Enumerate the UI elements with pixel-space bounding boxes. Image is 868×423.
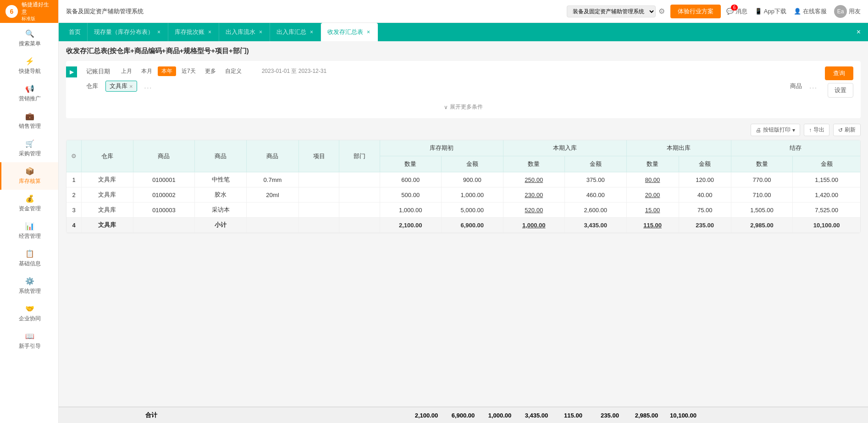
footer-open-qty: 2,100.00 [408, 412, 445, 419]
cell-dept [339, 203, 380, 218]
experience-btn[interactable]: 体验行业方案 [670, 5, 721, 18]
in-qty-link[interactable]: 1,000.00 [522, 222, 546, 229]
tab-close-icon[interactable]: × [309, 28, 314, 36]
tab-close-icon[interactable]: × [366, 28, 371, 36]
sidebar-item-guide[interactable]: 📖 新手引导 [0, 327, 58, 355]
cell-warehouse: 文具库 [82, 218, 133, 233]
sidebar-item-label: 搜索菜单 [19, 40, 41, 48]
cell-open-amt: 900.00 [442, 172, 503, 187]
out-qty-link[interactable]: 15.00 [645, 207, 660, 214]
out-qty-link[interactable]: 20.00 [645, 192, 660, 198]
cell-out-qty[interactable]: 15.00 [626, 203, 679, 218]
tab-inout-summary[interactable]: 出入库汇总 × [270, 23, 321, 41]
cell-out-qty[interactable]: 20.00 [626, 187, 679, 203]
sidebar-item-inventory[interactable]: 📦 库存核算 [0, 162, 58, 190]
footer-total-bar: 合计 2,100.00 6,900.00 1,000.00 3,435.00 1… [59, 407, 868, 423]
expand-conditions-btn[interactable]: ∨ 展开更多条件 [73, 101, 853, 113]
cell-project [299, 187, 339, 203]
col-bal-amt-sub: 金额 [793, 156, 860, 172]
sidebar-item-quicknav[interactable]: ⚡ 快捷导航 [0, 52, 58, 80]
tab-label: 现存量（库存分布表） [94, 28, 154, 36]
col-open-amt-sub: 金额 [442, 156, 503, 172]
cell-in-qty[interactable]: 230.00 [503, 187, 565, 203]
cell-warehouse: 文具库 [82, 172, 133, 187]
export-btn[interactable]: ↑ 导出 [804, 124, 829, 136]
cell-out-qty[interactable]: 115.00 [626, 218, 679, 233]
warehouse-more-dots[interactable]: ... [144, 82, 153, 90]
col-in-qty-sub: 数量 [503, 156, 565, 172]
cell-open-qty: 600.00 [380, 172, 442, 187]
in-qty-link[interactable]: 520.00 [525, 207, 543, 214]
message-action[interactable]: 💬 消息 6 [726, 7, 747, 16]
tab-label: 库存批次账 [175, 28, 205, 36]
cell-warehouse: 文具库 [82, 203, 133, 218]
tab-home[interactable]: 首页 [62, 23, 88, 41]
tab-receipt-summary[interactable]: 收发存汇总表 × [321, 23, 378, 41]
app-download-label: App下载 [764, 7, 786, 16]
date-tab-more[interactable]: 更多 [201, 66, 220, 76]
settings-button[interactable]: 设置 [828, 83, 853, 98]
tab-flow[interactable]: 出入库流水 × [219, 23, 270, 41]
cell-in-qty[interactable]: 1,000.00 [503, 218, 565, 233]
avatar: Ea [834, 5, 847, 18]
online-service-action[interactable]: 👤 在线客服 [794, 7, 827, 16]
cell-out-qty[interactable]: 80.00 [626, 172, 679, 187]
sidebar-item-purchase[interactable]: 🛒 采购管理 [0, 135, 58, 162]
sidebar-item-marketing[interactable]: 📢 营销推广 [0, 80, 58, 107]
page-title: 收发存汇总表(按仓库+商品编码+商品+规格型号+项目+部门) [66, 47, 861, 55]
sidebar-item-collab[interactable]: 🤝 企业协同 [0, 300, 58, 327]
cell-spec: 0.7mm [246, 172, 299, 187]
tab-bar-close-icon[interactable]: × [853, 28, 864, 36]
sidebar-item-label: 企业协同 [19, 315, 41, 323]
filter-panel: ▶ 记账日期 上月 本月 本年 近7天 更多 自定义 [66, 61, 861, 118]
warehouse-tag-close[interactable]: × [129, 83, 133, 90]
in-qty-link[interactable]: 250.00 [525, 176, 543, 183]
tab-close-icon[interactable]: × [156, 28, 161, 36]
col-code-header: 商品 [133, 140, 195, 172]
print-btn[interactable]: 🖨 按钮版打印 ▾ [751, 124, 800, 136]
col-spec-header: 商品 [246, 140, 299, 172]
sidebar-item-operations[interactable]: 📊 经营管理 [0, 217, 58, 245]
print-dropdown-icon: ▾ [792, 127, 795, 133]
footer-bal-amt: 10,100.00 [665, 412, 702, 419]
sidebar-item-finance[interactable]: 💰 资金管理 [0, 190, 58, 217]
app-download-action[interactable]: 📱 App下载 [755, 7, 786, 16]
tab-close-icon[interactable]: × [258, 28, 263, 36]
refresh-label: 刷新 [845, 126, 856, 134]
date-tab-this-year[interactable]: 本年 [158, 66, 176, 76]
user-action[interactable]: Ea 用友 [834, 5, 861, 18]
sidebar-item-basics[interactable]: 📋 基础信息 [0, 245, 58, 272]
cell-open-amt: 1,000.00 [442, 187, 503, 203]
cell-in-qty[interactable]: 520.00 [503, 203, 565, 218]
col-settings-icon[interactable]: ⚙ [71, 153, 77, 159]
cell-spec [246, 218, 299, 233]
tab-batch[interactable]: 库存批次账 × [168, 23, 219, 41]
filter-expand-btn[interactable]: ▶ [66, 66, 77, 77]
out-qty-link[interactable]: 115.00 [643, 222, 662, 229]
sidebar-item-system[interactable]: ⚙️ 系统管理 [0, 272, 58, 300]
purchase-icon: 🛒 [25, 139, 34, 148]
out-qty-link[interactable]: 80.00 [645, 176, 660, 183]
goods-more-dots[interactable]: ... [809, 82, 818, 90]
date-tab-7days[interactable]: 近7天 [178, 66, 199, 76]
col-open-qty-sub: 数量 [380, 156, 442, 172]
settings-icon[interactable]: ⚙ [658, 7, 665, 16]
tab-inventory-dist[interactable]: 现存量（库存分布表） × [88, 23, 168, 41]
cell-bal-amt: 7,525.00 [793, 203, 860, 218]
filter-goods-label: 商品 [790, 82, 802, 90]
sidebar-item-label: 系统管理 [19, 287, 41, 295]
cell-in-qty[interactable]: 250.00 [503, 172, 565, 187]
date-tab-last-month[interactable]: 上月 [117, 66, 136, 76]
in-qty-link[interactable]: 230.00 [525, 192, 543, 198]
sidebar-item-sales[interactable]: 💼 销售管理 [0, 107, 58, 135]
sidebar-item-search[interactable]: 🔍 搜索菜单 [0, 25, 58, 52]
refresh-btn[interactable]: ↺ 刷新 [833, 124, 861, 136]
user-label: 用友 [849, 7, 861, 16]
query-button[interactable]: 查询 [825, 66, 853, 80]
tab-close-icon[interactable]: × [207, 28, 212, 36]
main-area: 装备及固定资产辅助管理系统 装备及固定资产辅助管理系统 ⚙ 体验行业方案 💬 消… [59, 0, 868, 423]
date-tab-this-month[interactable]: 本月 [138, 66, 156, 76]
system-dropdown[interactable]: 装备及固定资产辅助管理系统 [567, 5, 656, 17]
data-table: ⚙ 仓库 商品 商品 商品 项目 部门 库存期初 本期入库 本期出库 结存 [66, 140, 860, 233]
date-tab-custom[interactable]: 自定义 [221, 66, 245, 76]
